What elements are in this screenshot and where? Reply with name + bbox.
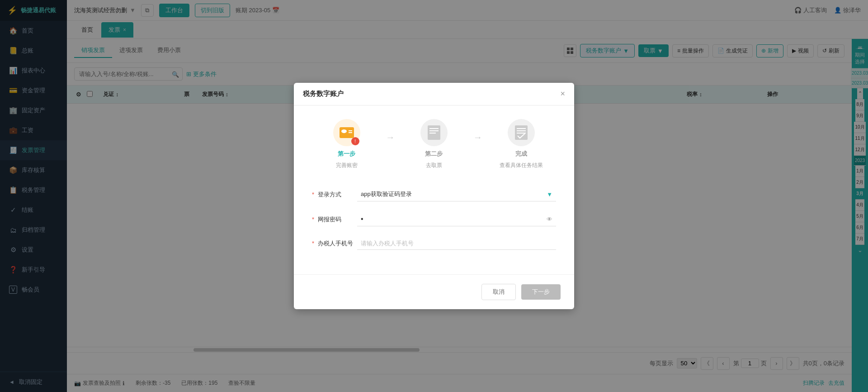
- step1-icon-wrap: !: [333, 119, 360, 146]
- tax-digital-dialog: 税务数字账户 × !: [294, 83, 574, 309]
- svg-rect-14: [517, 130, 526, 131]
- net-password-wrap: 👁: [357, 212, 556, 226]
- required-mark-3: *: [312, 240, 314, 247]
- dialog-title: 税务数字账户: [303, 90, 344, 98]
- step2-icon: [425, 124, 443, 142]
- step-2: 第二步 去取票: [399, 119, 468, 169]
- step1-badge: !: [351, 137, 359, 145]
- select-arrow-icon: ▼: [547, 191, 552, 198]
- step2-title: 第二步: [425, 150, 443, 158]
- required-mark-2: *: [312, 216, 314, 223]
- step3-icon: [512, 124, 530, 142]
- steps-container: ! 第一步 完善账密 →: [312, 119, 556, 169]
- required-mark-1: *: [312, 191, 314, 198]
- step3-subtitle: 查看具体任务结果: [500, 162, 543, 169]
- cancel-button[interactable]: 取消: [481, 284, 516, 300]
- step3-icon-wrap: [508, 119, 535, 146]
- dialog-footer: 取消 下一步: [294, 274, 574, 309]
- login-method-field: * 登录方式 app获取验证码登录 ▼: [312, 187, 556, 201]
- step1-subtitle: 完善账密: [336, 162, 358, 169]
- modal-overlay[interactable]: 税务数字账户 × !: [0, 0, 868, 392]
- phone-label: * 办税人手机号: [312, 239, 357, 248]
- phone-field: * 办税人手机号: [312, 237, 556, 250]
- svg-rect-10: [429, 130, 439, 131]
- svg-rect-11: [429, 133, 436, 134]
- net-password-label: * 网报密码: [312, 215, 357, 224]
- step2-subtitle: 去取票: [426, 162, 442, 169]
- svg-rect-5: [341, 129, 347, 133]
- step-arrow-1: →: [381, 132, 399, 156]
- step-arrow-2: →: [469, 132, 487, 156]
- net-password-input[interactable]: [361, 215, 543, 223]
- phone-input[interactable]: [357, 237, 556, 250]
- step-1: ! 第一步 完善账密: [312, 119, 381, 169]
- net-password-field: * 网报密码 👁: [312, 212, 556, 226]
- login-method-label-text: 登录方式: [318, 191, 341, 198]
- dialog-body: ! 第一步 完善账密 →: [294, 105, 574, 274]
- dialog-header: 税务数字账户 ×: [294, 83, 574, 105]
- step-3: 完成 查看具体任务结果: [487, 119, 556, 169]
- eye-icon[interactable]: 👁: [547, 216, 552, 223]
- dialog-close-button[interactable]: ×: [560, 89, 565, 99]
- step3-title: 完成: [515, 150, 527, 158]
- svg-rect-9: [429, 128, 439, 129]
- svg-rect-13: [517, 128, 526, 129]
- net-password-label-text: 网报密码: [318, 216, 341, 223]
- login-method-value: app获取验证码登录: [361, 190, 412, 198]
- next-step-button[interactable]: 下一步: [521, 284, 561, 300]
- step1-title: 第一步: [338, 150, 355, 158]
- step2-icon-wrap: [420, 119, 448, 146]
- phone-label-text: 办税人手机号: [318, 240, 353, 247]
- login-method-select[interactable]: app获取验证码登录 ▼: [357, 187, 556, 201]
- step1-badge-icon: !: [354, 139, 356, 144]
- login-method-label: * 登录方式: [312, 191, 357, 199]
